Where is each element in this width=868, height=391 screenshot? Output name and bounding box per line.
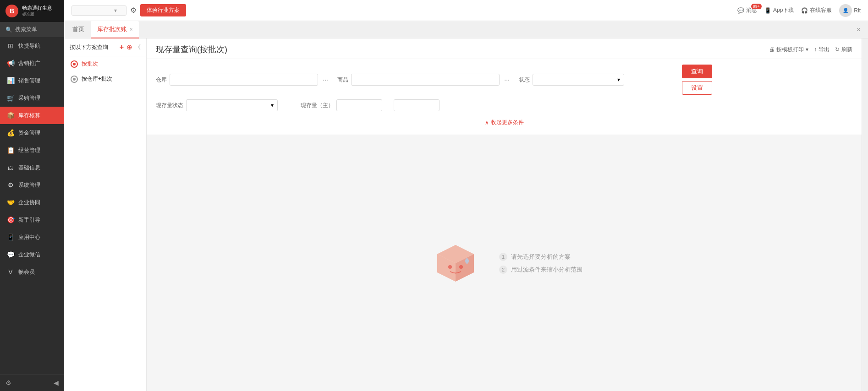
scheme-panel-header: 按以下方案查询 + ⊕ 《	[64, 38, 146, 56]
scheme-dot-inactive	[73, 78, 76, 81]
empty-illustration	[426, 234, 485, 293]
scheme-icon-active	[71, 60, 78, 68]
query-settings-col: 查询 设置	[682, 65, 712, 95]
page-header: 现存量查询(按批次) 🖨 按模板打印 ▾ ↑ 导出 ↻ 刷新	[147, 38, 862, 59]
sidebar-item-label: 企业协同	[18, 199, 40, 206]
sidebar-item-label: 采购管理	[18, 94, 40, 102]
export-button[interactable]: ↑ 导出	[814, 46, 830, 54]
tabbar-close-all-icon[interactable]: ×	[855, 24, 863, 36]
sidebar-item-label: 应用中心	[18, 234, 40, 241]
scheme-add-button[interactable]: +	[120, 43, 124, 51]
app-download-button[interactable]: 📱 App下载	[764, 6, 794, 14]
warehouse-dots[interactable]: ···	[321, 76, 330, 83]
page-actions: 🖨 按模板打印 ▾ ↑ 导出 ↻ 刷新	[769, 46, 852, 54]
service-icon: 🎧	[801, 7, 808, 14]
sidebar-item-basic[interactable]: 🗂 基础信息	[0, 159, 64, 176]
app-logo: B	[5, 5, 18, 17]
collapse-filter-label: 收起更多条件	[491, 119, 524, 126]
scheme-panel-collapse-icon[interactable]: 《	[135, 43, 141, 51]
settings-button[interactable]: 设置	[682, 81, 712, 95]
stock-status-select[interactable]: ▾	[186, 99, 278, 111]
tab-batch-close[interactable]: ×	[130, 27, 132, 32]
user-name: Rit	[854, 7, 861, 14]
sidebar-item-label: 新手引导	[18, 216, 40, 224]
collapse-up-icon: ∧	[485, 119, 489, 126]
search-menu-button[interactable]: 🔍 搜索菜单	[0, 22, 64, 37]
sidebar-item-finance[interactable]: 💰 资金管理	[0, 124, 64, 141]
print-button[interactable]: 🖨 按模板打印 ▾	[769, 46, 808, 54]
sidebar-item-label: 销售管理	[18, 77, 40, 85]
nav-icon-system: ⚙	[6, 181, 15, 189]
sidebar-item-operations[interactable]: 📋 经营管理	[0, 141, 64, 159]
search-menu-label: 搜索菜单	[15, 26, 37, 33]
sidebar-item-appstore[interactable]: 📱 应用中心	[0, 228, 64, 246]
product-input[interactable]	[351, 74, 500, 86]
sidebar-item-guide[interactable]: 🎯 新手引导	[0, 211, 64, 228]
filter-product: 商品 ···	[337, 74, 511, 86]
refresh-button[interactable]: ↻ 刷新	[835, 46, 852, 54]
stock-status-label: 现存量状态	[156, 102, 183, 109]
online-service-label: 在线客服	[810, 6, 832, 14]
scheme-item-warehouse-batch[interactable]: 按仓库+批次	[64, 71, 146, 87]
scheme-item-batch[interactable]: 按批次	[64, 56, 146, 71]
scheme-settings-icon[interactable]: ⊕	[126, 43, 132, 51]
online-service-button[interactable]: 🎧 在线客服	[801, 6, 832, 14]
scheme-panel-actions: + ⊕ 《	[120, 43, 141, 51]
nav-icon-basic: 🗂	[6, 163, 15, 172]
empty-cube-svg	[428, 236, 483, 291]
sidebar-item-label: 畅会员	[18, 268, 35, 276]
sidebar-item-label: 资金管理	[18, 129, 40, 137]
stock-main-from[interactable]	[336, 99, 382, 111]
empty-tip-1: 1 请先选择要分析的方案	[499, 253, 582, 261]
print-dropdown-icon[interactable]: ▾	[806, 46, 808, 53]
nav-icon-sales: 📊	[6, 76, 15, 85]
tip-text-2: 用过滤条件来缩小分析范围	[511, 266, 582, 274]
topbar-search-input[interactable]	[76, 7, 112, 14]
sidebar-item-label: 营销推广	[18, 60, 40, 67]
svg-point-5	[459, 265, 463, 269]
sidebar-item-inventory[interactable]: 📦 库存核算	[0, 107, 64, 124]
scheme-dot-active	[73, 63, 76, 65]
nav-icon-operations: 📋	[6, 146, 15, 154]
trial-btn[interactable]: 体验行业方案	[140, 4, 186, 16]
filter-status: 状态 ▾	[519, 74, 675, 86]
scheme-icon-inactive	[71, 76, 78, 83]
scheme-panel-title: 按以下方案查询	[70, 43, 108, 51]
user-menu-button[interactable]: 👤 Rit	[839, 4, 861, 17]
sidebar-item-label: 经营管理	[18, 147, 40, 154]
topbar-gear-icon[interactable]: ⚙	[130, 6, 137, 15]
status-select[interactable]: ▾	[533, 74, 624, 86]
sidebar-item-label: 库存核算	[18, 112, 40, 119]
nav-icon-enterprise: 🤝	[6, 198, 15, 206]
sidebar-item-marketing[interactable]: 📢 营销推广	[0, 54, 64, 72]
sidebar-item-quick-nav[interactable]: ⊞ 快捷导航	[0, 37, 64, 54]
warehouse-label: 仓库	[156, 76, 167, 84]
message-button[interactable]: 💬 消息 99+	[737, 6, 757, 14]
topbar-search-box[interactable]: ▾	[71, 5, 126, 16]
sidebar-item-system[interactable]: ⚙ 系统管理	[0, 176, 64, 194]
warehouse-input[interactable]	[170, 74, 318, 86]
settings-icon[interactable]: ⚙	[5, 379, 11, 386]
export-icon: ↑	[814, 46, 817, 53]
query-button[interactable]: 查询	[682, 65, 712, 78]
filter-row-1: 仓库 ··· 商品 ··· 状态 ▾	[156, 65, 852, 95]
tab-home[interactable]: 首页	[66, 21, 91, 38]
sidebar-item-vip[interactable]: V 畅会员	[0, 263, 64, 281]
message-badge: 99+	[751, 4, 762, 9]
scheme-item-warehouse-batch-label: 按仓库+批次	[82, 75, 112, 83]
sidebar-item-sales[interactable]: 📊 销售管理	[0, 72, 64, 89]
status-dropdown-icon: ▾	[617, 76, 620, 83]
stock-main-to[interactable]	[394, 99, 439, 111]
sidebar-item-wechat[interactable]: 💬 企业微信	[0, 246, 64, 263]
nav-icon-vip: V	[6, 268, 15, 276]
sidebar-item-purchase[interactable]: 🛒 采购管理	[0, 89, 64, 107]
collapse-filter-button[interactable]: ∧ 收起更多条件	[156, 116, 852, 129]
sidebar-item-enterprise[interactable]: 🤝 企业协同	[0, 194, 64, 211]
topbar-left: ▾ ⚙ 体验行业方案	[71, 4, 733, 16]
filter-warehouse: 仓库 ···	[156, 74, 330, 86]
collapse-sidebar-icon[interactable]: ◀	[54, 379, 59, 386]
topbar-search-dropdown-icon[interactable]: ▾	[114, 7, 117, 14]
product-dots[interactable]: ···	[502, 76, 511, 83]
stock-status-dropdown-icon: ▾	[271, 102, 274, 109]
tab-batch-account[interactable]: 库存批次账 ×	[91, 21, 139, 38]
